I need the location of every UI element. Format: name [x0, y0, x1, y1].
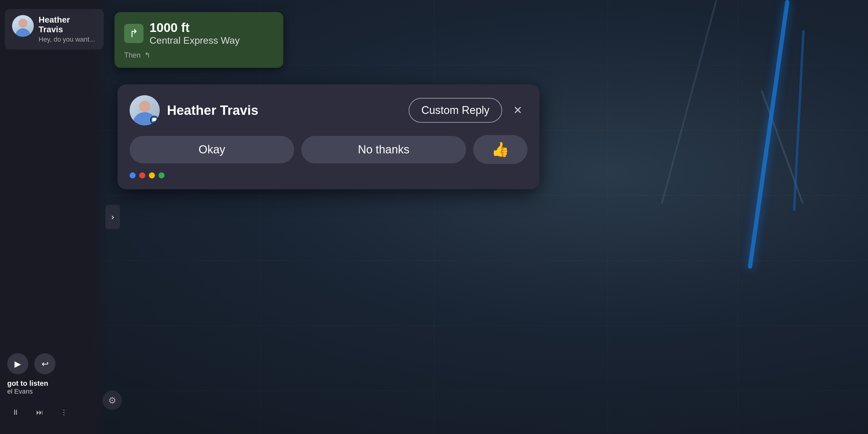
sender-avatar: [130, 95, 160, 125]
nav-info: 1000 ft Central Express Way: [150, 21, 240, 46]
gear-icon: ⚙: [108, 395, 116, 406]
sidebar: Heather Travis Hey, do you want... ▶ ↩ g…: [0, 0, 108, 434]
custom-reply-button[interactable]: Custom Reply: [409, 98, 502, 123]
back-button[interactable]: ↩: [34, 353, 56, 374]
google-dot-red: [139, 173, 145, 179]
reply-card: Heather Travis Custom Reply ✕ Okay No th…: [118, 84, 539, 189]
nav-street: Central Express Way: [150, 35, 240, 46]
navigation-card: ↱ 1000 ft Central Express Way Then ↰: [115, 12, 283, 68]
playback-area: ▶ ↩ got to listen el Evans ⏸ ⏭ ⋮: [0, 348, 108, 428]
message-app-badge: [150, 116, 158, 124]
nav-then: Then ↰: [124, 51, 274, 59]
sidebar-contact-name: Heather Travis: [38, 15, 96, 34]
turn-direction-icon: ↱: [124, 24, 144, 43]
sidebar-contact-message: Hey, do you want...: [38, 36, 96, 43]
google-dot-yellow: [149, 173, 155, 179]
chevron-right-icon: ›: [111, 212, 114, 222]
google-dot-blue: [130, 173, 135, 179]
bottom-media-controls: ⏸ ⏭ ⋮: [7, 401, 101, 423]
reply-card-actions: Custom Reply ✕: [409, 98, 527, 123]
more-options-button[interactable]: ⋮: [56, 404, 72, 421]
settings-button[interactable]: ⚙: [102, 391, 122, 410]
expand-sidebar-button[interactable]: ›: [105, 205, 120, 229]
quick-reply-thumbs-up-button[interactable]: 👍: [473, 135, 527, 164]
sidebar-contact-avatar: [12, 15, 34, 37]
pause-button[interactable]: ⏸: [7, 404, 24, 421]
sender-name: Heather Travis: [167, 103, 258, 118]
song-title: got to listen: [7, 379, 101, 388]
playback-controls: ▶ ↩: [7, 353, 101, 374]
reply-sender: Heather Travis: [130, 95, 258, 125]
quick-reply-okay-button[interactable]: Okay: [130, 136, 294, 163]
then-turn-icon: ↰: [144, 51, 150, 59]
quick-reply-no-thanks-button[interactable]: No thanks: [301, 136, 466, 163]
quick-replies: Okay No thanks 👍: [130, 135, 527, 164]
google-dot-green: [158, 173, 164, 179]
google-dots: [130, 173, 527, 179]
sidebar-notification[interactable]: Heather Travis Hey, do you want...: [5, 9, 104, 50]
play-button[interactable]: ▶: [7, 353, 28, 374]
nav-card-top: ↱ 1000 ft Central Express Way: [124, 21, 274, 46]
skip-button[interactable]: ⏭: [31, 404, 48, 421]
close-reply-button[interactable]: ✕: [508, 101, 527, 120]
song-info: got to listen el Evans: [7, 379, 101, 396]
artist-name: el Evans: [7, 388, 101, 396]
close-icon: ✕: [513, 104, 522, 117]
nav-distance: 1000 ft: [150, 21, 240, 35]
sidebar-contact-info: Heather Travis Hey, do you want...: [38, 15, 96, 43]
reply-card-header: Heather Travis Custom Reply ✕: [130, 95, 527, 125]
